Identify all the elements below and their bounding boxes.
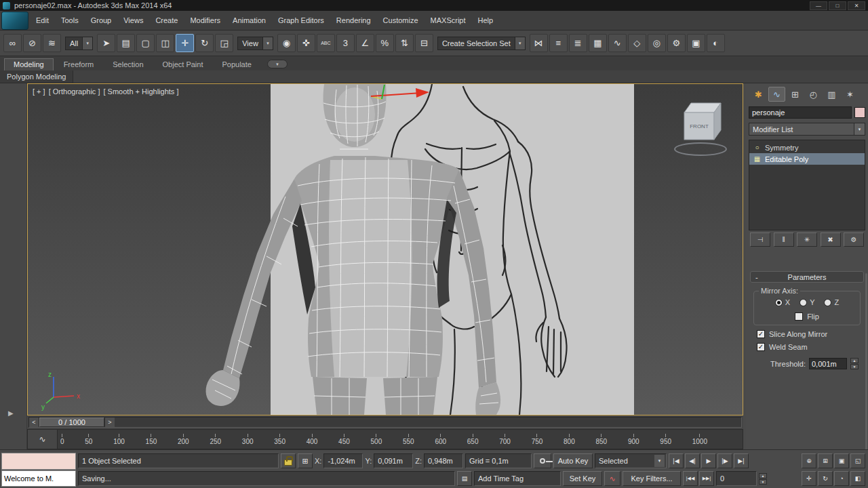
select-and-scale-icon[interactable]: ◲ [215, 34, 233, 52]
go-to-start-button[interactable]: |◀ [669, 453, 684, 468]
zoom-button[interactable]: ⊕ [802, 453, 816, 468]
field-of-view-button[interactable]: ◔ [834, 471, 849, 486]
select-by-name-icon[interactable]: ▤ [117, 34, 135, 52]
set-key-button[interactable]: Set Key [563, 471, 602, 486]
zoom-extents-button[interactable]: ▣ [834, 453, 849, 468]
render-setup-icon[interactable]: ⚙ [667, 34, 686, 52]
set-keys-button[interactable] [534, 453, 551, 468]
menu-item-create[interactable]: Create [149, 11, 184, 30]
select-and-move-icon[interactable]: ✛ [176, 34, 194, 52]
ribbon-display-toggle[interactable]: ▼ [267, 60, 288, 68]
add-time-tag-field[interactable]: Add Time Tag [474, 471, 561, 486]
maximize-viewport-toggle-button[interactable]: ◧ [850, 471, 865, 486]
viewport-pov-menu[interactable]: [ Orthographic ] [49, 87, 100, 96]
menu-item-modifiers[interactable]: Modifiers [184, 11, 226, 30]
select-and-link-icon[interactable]: ∞ [3, 34, 22, 52]
next-frame-button[interactable]: |▶ [717, 453, 732, 468]
snaps-toggle-icon[interactable]: 3 [336, 34, 355, 52]
rendered-frame-window-icon[interactable]: ▣ [687, 34, 705, 52]
menu-item-tools[interactable]: Tools [55, 11, 85, 30]
align-icon[interactable]: ≡ [549, 34, 568, 52]
mini-curve-editor-button[interactable]: ∿ [28, 430, 58, 449]
ribbon-tab-populate[interactable]: Populate [213, 59, 260, 70]
parameters-rollout-header[interactable]: - Parameters [750, 271, 864, 283]
viewport-canvas[interactable]: FRONT z x y [28, 84, 743, 415]
utilities-tab[interactable]: ✶ [842, 87, 859, 102]
go-to-end-button[interactable]: ▶| [734, 453, 749, 468]
zoom-all-button[interactable]: ⊞ [818, 453, 833, 468]
menu-item-group[interactable]: Group [85, 11, 118, 30]
new-key-tangents-button[interactable]: ∿ [604, 471, 620, 486]
time-slider-prev-button[interactable]: < [29, 418, 39, 427]
x-coordinate-field[interactable]: -1,024m [323, 453, 363, 468]
unlink-selection-icon[interactable]: ⊘ [23, 34, 41, 52]
rectangular-selection-region-icon[interactable]: ▢ [136, 34, 155, 52]
object-name-field[interactable]: personaje [749, 106, 852, 119]
modifier-list-dropdown[interactable]: Modifier List ▼ [749, 123, 865, 136]
key-step-forward-button[interactable]: ▶▶| [699, 471, 714, 486]
weld-seam-row[interactable]: ✓ Weld Seam [757, 343, 857, 351]
minimize-button[interactable]: — [810, 1, 827, 10]
viewcube-front-face[interactable]: FRONT [690, 123, 709, 129]
ribbon-tab-modeling[interactable]: Modeling [4, 58, 54, 70]
select-and-rotate-icon[interactable]: ↻ [195, 34, 214, 52]
previous-frame-button[interactable]: ◀| [685, 453, 700, 468]
editable-poly-icon[interactable]: ▦ [753, 155, 762, 163]
threshold-spinner-down[interactable]: ▼ [850, 364, 859, 369]
graphite-ribbon-icon[interactable]: ▦ [589, 34, 607, 52]
angle-snap-icon[interactable]: ∠ [356, 34, 374, 52]
select-object-icon[interactable]: ➤ [97, 34, 115, 52]
time-slider-next-button[interactable]: > [104, 418, 115, 427]
viewport-layout-arrow-icon[interactable]: ▶ [8, 409, 14, 417]
maximize-button[interactable]: □ [829, 1, 846, 10]
select-and-manipulate-icon[interactable]: ✜ [297, 34, 315, 52]
configure-modifier-sets-button[interactable]: ⚙ [844, 232, 864, 247]
menu-item-graph-editors[interactable]: Graph Editors [272, 11, 330, 30]
mirror-axis-z[interactable]: Z [824, 298, 839, 306]
create-tab[interactable]: ✱ [750, 87, 767, 102]
menu-item-rendering[interactable]: Rendering [330, 11, 377, 30]
y-coordinate-field[interactable]: 0,091m [374, 453, 413, 468]
menu-item-help[interactable]: Help [472, 11, 500, 30]
key-filters-button[interactable]: Key Filters... [623, 471, 681, 486]
frame-spinner-up[interactable]: ▲ [759, 473, 767, 479]
window-crossing-selection-icon[interactable]: ◫ [156, 34, 174, 52]
curve-editor-icon[interactable]: ∿ [608, 34, 627, 52]
frame-spinner-down[interactable]: ▼ [759, 479, 767, 485]
auto-key-button[interactable]: Auto Key [553, 453, 593, 468]
selection-lock-button[interactable] [281, 453, 296, 468]
slice-along-mirror-row[interactable]: ✓ Slice Along Mirror [757, 330, 857, 338]
close-button[interactable]: ✕ [848, 1, 865, 10]
render-production-icon[interactable]: ◐ [707, 34, 725, 52]
bind-to-space-warp-icon[interactable]: ≋ [43, 34, 61, 52]
remove-modifier-button[interactable]: ✖ [821, 232, 841, 247]
key-mode-dropdown[interactable]: Selected ▼ [595, 453, 667, 468]
threshold-field[interactable]: 0,001m [809, 358, 847, 369]
mirror-axis-y[interactable]: Y [800, 298, 814, 306]
modify-tab[interactable]: ∿ [768, 87, 785, 102]
mirror-icon[interactable]: ⋈ [530, 34, 548, 52]
slice-along-mirror-checkbox[interactable]: ✓ [757, 330, 765, 338]
use-pivot-point-center-icon[interactable]: ◉ [277, 34, 296, 52]
percent-snap-icon[interactable]: % [376, 34, 394, 52]
macro-recorder-pane[interactable] [1, 453, 76, 470]
play-button[interactable]: ▶ [701, 453, 716, 468]
menu-item-maxscript[interactable]: MAXScript [425, 11, 472, 30]
z-coordinate-field[interactable]: 0,948m [424, 453, 463, 468]
orbit-button[interactable]: ↻ [818, 471, 833, 486]
key-step-back-button[interactable]: |◀◀ [683, 471, 698, 486]
time-slider-handle[interactable]: 0 / 1000 [39, 418, 104, 427]
pan-button[interactable]: ✛ [802, 471, 816, 486]
maxscript-listener-pane[interactable]: Welcome to M. [1, 470, 76, 487]
menu-item-views[interactable]: Views [117, 11, 149, 30]
layer-manager-icon[interactable]: ≣ [569, 34, 587, 52]
selection-filter-dropdown[interactable]: All▼ [65, 37, 93, 50]
keyboard-shortcut-override-icon[interactable]: ABC [317, 34, 335, 52]
ribbon-tab-selection[interactable]: Selection [104, 59, 152, 70]
flip-checkbox[interactable] [795, 312, 803, 321]
spinner-snap-icon[interactable]: ⇅ [395, 34, 414, 52]
ribbon-tab-freeform[interactable]: Freeform [55, 59, 103, 70]
time-ruler-ticks[interactable]: 0501001502002503003504004505005506006507… [58, 430, 743, 449]
threshold-spinner-up[interactable]: ▲ [850, 358, 859, 363]
weld-seam-checkbox[interactable]: ✓ [757, 343, 765, 351]
